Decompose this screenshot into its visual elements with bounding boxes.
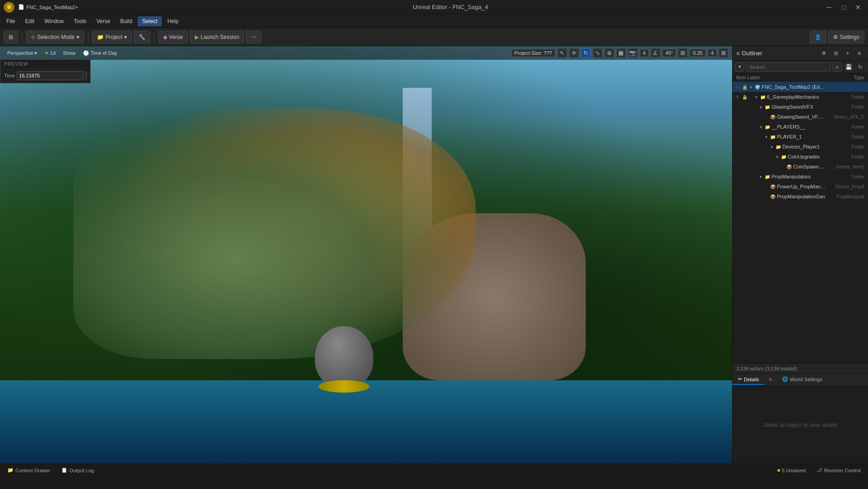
verse-button[interactable]: ◆ Verse bbox=[158, 31, 188, 43]
outliner-item-type: Folder bbox=[825, 134, 866, 139]
layout-button[interactable]: ⊞ bbox=[4, 31, 18, 43]
menu-select[interactable]: Select bbox=[138, 16, 162, 26]
details-empty-message: Select an object to view details bbox=[763, 422, 837, 428]
select-tool-button[interactable]: ↖ bbox=[557, 48, 567, 58]
outliner-search-input[interactable] bbox=[746, 62, 831, 72]
outliner-settings-button[interactable]: ⚙ bbox=[831, 48, 841, 58]
tree-arrow[interactable]: ▾ bbox=[763, 134, 769, 139]
move-tool-button[interactable]: ✛ bbox=[569, 48, 579, 58]
outliner-sync-button[interactable]: ↻ bbox=[855, 62, 865, 72]
outliner-item[interactable]: 📦PowerUp_PropManipulaDevice_PropA bbox=[733, 182, 868, 192]
tree-arrow[interactable]: ▾ bbox=[758, 124, 763, 129]
perspective-button[interactable]: Perspective ▾ bbox=[4, 49, 41, 57]
menu-build[interactable]: Build bbox=[116, 16, 137, 26]
outliner-item[interactable]: 📦GlowingSword_VFX CreDevice_VFX_C bbox=[733, 112, 868, 122]
launch-session-button[interactable]: ▶ Launch Session bbox=[190, 31, 244, 43]
preview-time-color[interactable] bbox=[86, 71, 87, 80]
viewport-options-button[interactable]: ⊞ bbox=[719, 48, 728, 58]
outliner-item[interactable]: 📦CoinSpawner1PlaDevice_ItemS bbox=[733, 162, 868, 172]
visibility-icon[interactable]: 👁 bbox=[734, 84, 741, 90]
menu-window[interactable]: Window bbox=[40, 16, 68, 26]
project-label: Project bbox=[106, 34, 122, 40]
transform-tool-button[interactable]: ⊕ bbox=[604, 48, 614, 58]
menu-edit[interactable]: Edit bbox=[20, 16, 39, 26]
details-close-button[interactable]: ✕ bbox=[767, 376, 775, 384]
outliner-item[interactable]: 👁🔒▾🌍FNC_Saga_TestMap2 (Editor) bbox=[733, 82, 868, 92]
viewport[interactable]: Perspective ▾ ☀ Lit Show 🕐 Time of Day P… bbox=[0, 46, 732, 464]
lock-icon[interactable]: 🔒 bbox=[742, 84, 748, 90]
outliner-close-button[interactable]: ✕ bbox=[854, 48, 864, 58]
outliner-item[interactable]: ▾📁PLAYER_1Folder bbox=[733, 132, 868, 142]
project-button[interactable]: 📁 Project ▾ bbox=[92, 31, 132, 43]
folder-icon: 📁 bbox=[770, 134, 776, 140]
cursor-icon: ⊹ bbox=[31, 34, 35, 40]
outliner-item[interactable]: ▾📁PropManipulatorsFolder bbox=[733, 172, 868, 182]
revision-control-button[interactable]: ⎇ Revision Control bbox=[813, 466, 864, 474]
menu-tools[interactable]: Tools bbox=[69, 16, 91, 26]
folder-icon: 📁 bbox=[781, 153, 787, 160]
tools-button[interactable]: 🔧 bbox=[134, 31, 150, 43]
tree-arrow[interactable]: ▾ bbox=[758, 174, 763, 179]
scale-tool-button[interactable]: ⤡ bbox=[593, 48, 603, 58]
angle-button[interactable]: ∠ bbox=[651, 48, 661, 58]
col-label-header: Item Label bbox=[736, 75, 824, 80]
outliner-item[interactable]: ▾📁GlowingSwordVFXFolder bbox=[733, 102, 868, 112]
details-tab[interactable]: ✏ Details bbox=[733, 374, 765, 385]
time-icon: 🕐 bbox=[83, 50, 89, 56]
content-drawer-button[interactable]: 📁 Content Drawer bbox=[4, 466, 54, 474]
egg-base bbox=[318, 380, 370, 393]
outliner-eye-button[interactable]: 👁 bbox=[819, 48, 829, 58]
outliner-item[interactable]: 👁🔒▾📁6_GameplayMechanicsFolder bbox=[733, 92, 868, 102]
lit-button[interactable]: ☀ Lit bbox=[41, 49, 59, 57]
unsaved-indicator[interactable]: 5 Unsaved bbox=[774, 467, 810, 474]
details-tabs: ✏ Details ✕ 🌐 World Settings bbox=[733, 374, 868, 386]
restore-button[interactable]: □ bbox=[837, 1, 850, 14]
account-button[interactable]: 👤 bbox=[810, 31, 826, 43]
menu-verse[interactable]: Verse bbox=[92, 16, 115, 26]
revision-icon: ⎇ bbox=[816, 467, 822, 473]
lock-icon[interactable]: 🔒 bbox=[742, 94, 748, 100]
outliner-item[interactable]: ▾📁CoinUpgradesFolder bbox=[733, 152, 868, 162]
app-logo: U bbox=[4, 2, 14, 13]
snap-button[interactable]: ⊞ bbox=[678, 48, 688, 58]
outliner-item[interactable]: 📦PropManipulationGanPropManipula bbox=[733, 192, 868, 201]
tree-arrow[interactable]: ▾ bbox=[753, 94, 759, 100]
unsaved-label: 5 Unsaved bbox=[782, 468, 806, 473]
tree-arrow[interactable]: ▾ bbox=[769, 144, 774, 149]
tab-name[interactable]: FNC_Saga_TestMap2+ bbox=[26, 5, 78, 10]
outliner-filter-button[interactable]: ▾ bbox=[735, 62, 744, 72]
minimize-button[interactable]: ─ bbox=[823, 1, 835, 14]
rotate-tool-button[interactable]: ↻ bbox=[581, 48, 591, 58]
project-arrow: ▾ bbox=[124, 34, 127, 40]
surface-snapping-button[interactable]: ▦ bbox=[616, 48, 626, 58]
outliner-item[interactable]: ▾📁Devices_Player1Folder bbox=[733, 142, 868, 152]
selection-mode-button[interactable]: ⊹ Selection Mode ▾ bbox=[26, 31, 84, 43]
output-log-label: Output Log bbox=[69, 468, 94, 473]
outliner-header: ≡ Outliner 👁 ⚙ + ✕ bbox=[733, 46, 868, 61]
outliner-item[interactable]: ▾📁__PLAYERS__Folder bbox=[733, 122, 868, 132]
menu-file[interactable]: File bbox=[2, 16, 19, 26]
output-log-button[interactable]: 📋 Output Log bbox=[58, 466, 97, 474]
preview-time-input[interactable] bbox=[17, 71, 84, 80]
outliner-item-type: Folder bbox=[825, 174, 866, 179]
content-drawer-label: Content Drawer bbox=[15, 468, 50, 473]
outliner-item-name: GlowingSwordVFX bbox=[772, 104, 825, 110]
show-button[interactable]: Show bbox=[59, 49, 79, 57]
tree-arrow[interactable]: ▾ bbox=[774, 154, 780, 159]
right-panel: ≡ Outliner 👁 ⚙ + ✕ ▾ ≡ 💾 ↻ Item Label Ty… bbox=[732, 46, 868, 464]
outliner-item-name: PropManipulators bbox=[772, 174, 825, 179]
settings-button[interactable]: ⚙ Settings bbox=[828, 31, 864, 43]
grid-size-label: 4 bbox=[640, 49, 649, 57]
outliner-type-filter-button[interactable]: ≡ bbox=[833, 62, 842, 72]
outliner-save-button[interactable]: 💾 bbox=[844, 62, 854, 72]
tree-arrow[interactable]: ▾ bbox=[748, 84, 753, 90]
camera-speed-button[interactable]: 📷 bbox=[628, 48, 638, 58]
time-of-day-button[interactable]: 🕐 Time of Day bbox=[79, 49, 121, 57]
outliner-add-button[interactable]: + bbox=[843, 48, 853, 58]
menu-help[interactable]: Help bbox=[163, 16, 183, 26]
world-settings-tab[interactable]: 🌐 World Settings bbox=[776, 374, 828, 385]
tree-arrow[interactable]: ▾ bbox=[758, 104, 763, 110]
more-options-button[interactable]: ⋯ bbox=[246, 31, 261, 43]
visibility-icon[interactable]: 👁 bbox=[734, 94, 741, 100]
close-button[interactable]: ✕ bbox=[852, 1, 864, 14]
